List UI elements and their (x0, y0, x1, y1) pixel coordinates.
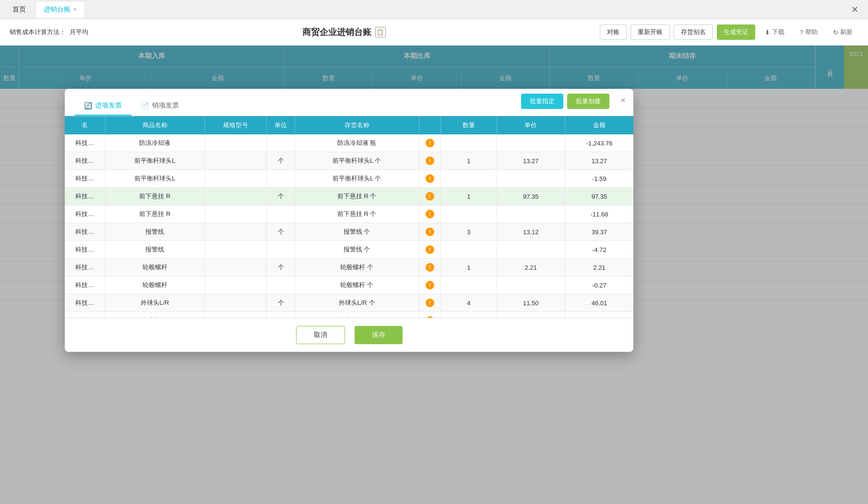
refresh-icon: ↻ (833, 29, 838, 36)
cell-spec (204, 134, 267, 152)
cell-unit (267, 134, 295, 152)
tab-output-invoice[interactable]: 📄 销项发票 (131, 96, 189, 116)
cell-inventory: 轮毂螺杆 个 (295, 259, 419, 276)
cancel-button[interactable]: 取消 (296, 326, 345, 344)
table-row: 科技…轮毂螺杆轮毂螺杆 个!-0.27 (65, 276, 633, 294)
cell-amount: 39.37 (565, 223, 633, 241)
cell-amount: 46.01 (565, 294, 633, 312)
cell-warn: ! (419, 241, 440, 259)
cell-amount: -11.68 (565, 205, 633, 223)
cell-product: 外球头L/R (105, 294, 204, 312)
cell-product: 前下悬挂 R (105, 188, 204, 205)
table-row: 科技…前下悬挂 R前下悬挂 R 个!-11.68 (65, 205, 633, 223)
col-inventory-name: 存货名称 (295, 116, 419, 134)
col-spec: 规格型号 (204, 116, 267, 134)
cell-price (497, 312, 565, 318)
cell-product: 防冻冷却液 (105, 134, 204, 152)
cell-company: 科技… (65, 259, 105, 276)
page-title-text: 商贸企业进销台账 (302, 26, 371, 38)
cell-company: 科技… (65, 152, 105, 170)
cell-qty (440, 312, 497, 318)
cell-spec (204, 294, 267, 312)
col-product-name: 商品名称 (105, 116, 204, 134)
invoice-table: 名 商品名称 规格型号 单位 存货名称 数量 单价 金额 科技…防冻冷却液防冻冷… (65, 116, 633, 318)
cell-price: 13.27 (497, 152, 565, 170)
warning-icon: ! (426, 299, 434, 307)
warning-icon: ! (426, 156, 434, 165)
table-row: 科技…前下悬挂 R个前下悬挂 R 个!197.3597.35 (65, 188, 633, 205)
cell-product: 轮毂螺杆 (105, 259, 204, 276)
cost-label: 销售成本计算方法： (10, 28, 66, 36)
cell-amount: -1,243.76 (565, 134, 633, 152)
cell-price (497, 276, 565, 294)
table-row: 科技…外球头L/R外球头L/R 个!-5.52 (65, 312, 633, 318)
generate-voucher-button[interactable]: 生成凭证 (717, 24, 755, 40)
input-invoice-icon: 🔄 (84, 102, 92, 109)
cell-qty (440, 170, 497, 188)
download-icon: ⬇ (765, 29, 770, 36)
cell-inventory: 外球头L/R 个 (295, 312, 419, 318)
refresh-button[interactable]: ↻ 刷新 (827, 24, 858, 40)
download-button[interactable]: ⬇ 下载 (759, 24, 790, 40)
reopen-button[interactable]: 重新开账 (630, 24, 670, 40)
cell-spec (204, 312, 267, 318)
dialog-footer: 取消 保存 (65, 318, 633, 352)
cell-amount: -0.27 (565, 276, 633, 294)
cell-product: 报警线 (105, 223, 204, 241)
cell-company: 科技… (65, 223, 105, 241)
warning-icon: ! (426, 192, 434, 201)
warning-icon: ! (426, 139, 434, 147)
cell-warn: ! (419, 134, 440, 152)
output-invoice-label: 销项发票 (152, 101, 179, 110)
col-unit-price: 单价 (497, 116, 565, 134)
cell-unit: 个 (267, 259, 295, 276)
cell-price (497, 170, 565, 188)
cell-warn: ! (419, 170, 440, 188)
invoice-dialog: 🔄 进项发票 📄 销项发票 批量指定 批量创建 × 名 商品名称 规格型号 单位… (65, 89, 633, 352)
tab-ledger[interactable]: 进销台账 × (36, 1, 85, 18)
cell-spec (204, 276, 267, 294)
cell-qty (440, 276, 497, 294)
cell-qty: 1 (440, 188, 497, 205)
cell-company: 科技… (65, 294, 105, 312)
table-row: 科技…报警线个报警线 个!313.1239.37 (65, 223, 633, 241)
cell-unit (267, 241, 295, 259)
cell-product: 前平衡杆球头L (105, 170, 204, 188)
cell-inventory: 前平衡杆球头L 个 (295, 152, 419, 170)
cell-amount: -5.52 (565, 312, 633, 318)
table-row: 科技…防冻冷却液防冻冷却液 瓶!-1,243.76 (65, 134, 633, 152)
col-company: 名 (65, 116, 105, 134)
tab-home[interactable]: 首页 (5, 1, 34, 18)
cell-price: 11.50 (497, 294, 565, 312)
table-row: 科技…报警线报警线 个!-4.72 (65, 241, 633, 259)
reconcile-button[interactable]: 对账 (600, 24, 627, 40)
cell-inventory: 前下悬挂 R 个 (295, 205, 419, 223)
batch-create-button[interactable]: 批量创建 (567, 94, 609, 109)
cell-unit: 个 (267, 294, 295, 312)
warning-icon: ! (426, 245, 434, 254)
tab-input-invoice[interactable]: 🔄 进项发票 (74, 96, 131, 116)
cell-company: 科技… (65, 312, 105, 318)
cell-warn: ! (419, 312, 440, 318)
tab-ledger-label: 进销台账 (44, 5, 71, 14)
cell-product: 外球头L/R (105, 312, 204, 318)
save-name-button[interactable]: 存货别名 (674, 24, 713, 40)
cell-unit: 个 (267, 223, 295, 241)
cell-company: 科技… (65, 276, 105, 294)
window-close-button[interactable]: ✕ (846, 2, 863, 17)
dialog-close-button[interactable]: × (620, 96, 626, 106)
toolbar-buttons: 对账 重新开账 存货别名 生成凭证 ⬇ 下载 ? 帮助 ↻ 刷新 (600, 24, 858, 40)
cell-spec (204, 188, 267, 205)
batch-assign-button[interactable]: 批量指定 (521, 94, 563, 109)
top-bar: 首页 进销台账 × ✕ (0, 0, 868, 19)
cell-amount: 97.35 (565, 188, 633, 205)
tab-close-icon[interactable]: × (73, 6, 77, 13)
cell-spec (204, 223, 267, 241)
cell-warn: ! (419, 294, 440, 312)
cell-warn: ! (419, 205, 440, 223)
help-button[interactable]: ? 帮助 (794, 24, 823, 40)
cell-spec (204, 170, 267, 188)
cell-company: 科技… (65, 188, 105, 205)
cell-company: 科技… (65, 134, 105, 152)
save-button[interactable]: 保存 (355, 326, 403, 344)
